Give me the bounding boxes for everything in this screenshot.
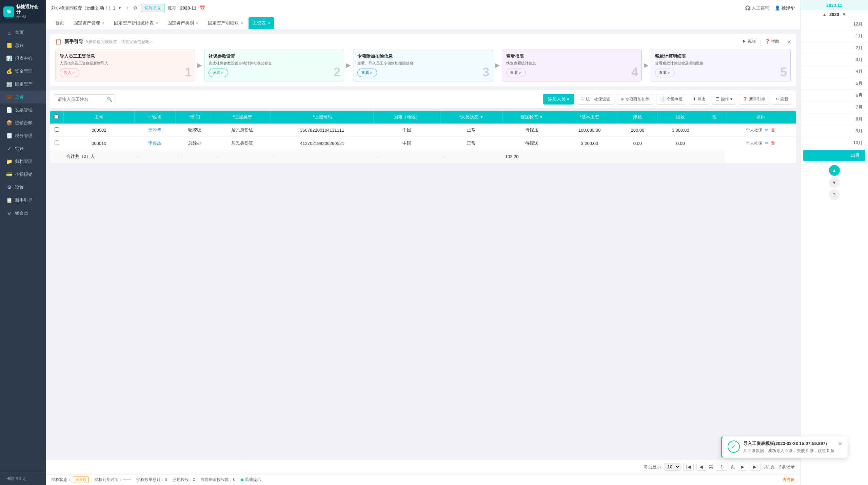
- toast-close-btn[interactable]: ✕: [838, 441, 842, 447]
- auth-value: 未授权: [73, 477, 89, 483]
- wizard-btn[interactable]: ❓ 新手引导: [739, 94, 769, 105]
- sidebar-item-invoice[interactable]: 📄 发票管理: [0, 104, 46, 116]
- cell-name[interactable]: 徐泽华: [135, 124, 175, 137]
- page-input[interactable]: [716, 463, 728, 471]
- sidebar-item-member[interactable]: V 畅会员: [0, 207, 46, 220]
- export-btn[interactable]: ⬇ 导出: [689, 94, 709, 105]
- user-info[interactable]: 👤 徐泽华: [775, 5, 795, 11]
- next-year-btn[interactable]: ▼: [842, 12, 846, 17]
- ops-delete-btn[interactable]: 🗑: [771, 141, 775, 146]
- wizard-step-btn-3[interactable]: 查看＞: [357, 69, 377, 77]
- tab-close-fixed-assets-depreciation[interactable]: ×: [156, 21, 158, 25]
- sidebar-item-inventory[interactable]: 📦 进销台账: [0, 116, 46, 129]
- cell-status: 正常: [440, 137, 502, 150]
- wizard-step-num-3: 3: [482, 65, 489, 79]
- actions-btn[interactable]: ☰ 操作 ▾: [712, 94, 736, 105]
- wizard-step-desc-5: 查看税款计算过程及明细数据: [655, 61, 786, 66]
- month-item-6[interactable]: 6月: [801, 90, 868, 101]
- add-account-btn[interactable]: ＋: [124, 4, 130, 12]
- tab-close-fixed-assets-category[interactable]: ×: [196, 21, 198, 25]
- search-icon[interactable]: 🔍: [107, 97, 112, 102]
- summary-label: 合计共（2）人: [63, 150, 135, 163]
- refresh-btn[interactable]: ↻ 刷新: [772, 94, 792, 105]
- sidebar-label-closing: 结账: [15, 146, 24, 152]
- recharge-btn[interactable]: 去充值: [783, 477, 795, 483]
- tab-fixed-assets-depreciation[interactable]: 固定资产折旧统计表×: [110, 17, 162, 29]
- sidebar-item-reports[interactable]: 📊 报表中心: [0, 52, 46, 65]
- month-item-7[interactable]: 7月: [801, 101, 868, 113]
- month-item-8[interactable]: 8月: [801, 113, 868, 125]
- support-btn[interactable]: 🎧 人工咨询: [745, 5, 769, 11]
- account-dropdown-icon[interactable]: ▾: [119, 5, 121, 11]
- cell-name[interactable]: 李俊杰: [135, 137, 175, 150]
- help-link[interactable]: ❓ 帮助: [765, 39, 779, 44]
- sidebar-item-home[interactable]: ⌂ 首页: [0, 26, 46, 39]
- sidebar-item-settings[interactable]: ⚙ 设置: [0, 181, 46, 194]
- sidebar-item-capital[interactable]: 💰 资金管理: [0, 65, 46, 78]
- scroll-up-btn[interactable]: ▲: [829, 165, 840, 176]
- wizard-step-btn-1[interactable]: 导入＞: [60, 69, 79, 77]
- month-item-10[interactable]: 10月: [801, 137, 868, 149]
- switch-version-btn[interactable]: 切到旧版: [141, 4, 164, 12]
- tab-close-fixed-assets-mgmt[interactable]: ×: [102, 21, 104, 25]
- calendar-icon[interactable]: 📅: [200, 5, 205, 11]
- sidebar-item-wizard[interactable]: 📋 新手引导: [0, 194, 46, 207]
- tab-label-fixed-assets-depreciation: 固定资产折旧统计表: [114, 20, 154, 26]
- sidebar-unpin[interactable]: ◀取消固定: [0, 472, 46, 485]
- tab-close-payroll-table[interactable]: ×: [268, 21, 270, 25]
- sidebar-item-ledger[interactable]: 📒 总账: [0, 39, 46, 52]
- sidebar-label-fixed-assets: 固定资产: [15, 81, 33, 87]
- tab-payroll-table[interactable]: 工资表×: [249, 17, 274, 29]
- sidebar-item-fixed-assets[interactable]: 🏢 固定资产: [0, 78, 46, 91]
- settings-icon[interactable]: ⚙: [133, 5, 137, 11]
- tab-close-fixed-assets-detail[interactable]: ×: [241, 21, 243, 25]
- first-page-btn[interactable]: |◀: [683, 463, 694, 471]
- sidebar-item-expense[interactable]: 💳 小畅报销: [0, 168, 46, 181]
- month-item-2[interactable]: 2月: [801, 42, 868, 54]
- month-item-4[interactable]: 4月: [801, 66, 868, 78]
- last-page-btn[interactable]: ▶|: [750, 463, 761, 471]
- month-item-9[interactable]: 9月: [801, 125, 868, 137]
- ops-edit-btn[interactable]: ✏: [765, 127, 769, 132]
- wizard-step-btn-2[interactable]: 设置＞: [209, 69, 228, 77]
- ops-delete-btn[interactable]: 🗑: [771, 127, 775, 132]
- tab-fixed-assets-detail[interactable]: 固定资产明细账×: [204, 17, 247, 29]
- wizard-close-btn[interactable]: ✕: [787, 39, 791, 45]
- select-all-checkbox[interactable]: [54, 114, 59, 119]
- wizard-step-btn-5[interactable]: 查看＞: [655, 69, 675, 77]
- sidebar-item-payroll[interactable]: 💼 工资: [0, 91, 46, 104]
- tab-home[interactable]: 首页: [51, 17, 68, 29]
- wizard-step-btn-4[interactable]: 查看＞: [506, 69, 526, 77]
- app-subtitle: 专业版: [16, 15, 42, 19]
- page-size-select[interactable]: 10: [664, 463, 680, 471]
- prev-page-btn[interactable]: ◀: [696, 463, 706, 471]
- sidebar-item-closing[interactable]: ✓ 结账: [0, 142, 46, 155]
- cell-apply: [704, 137, 725, 150]
- row-checkbox[interactable]: [55, 127, 59, 132]
- scroll-down-btn[interactable]: ▼: [829, 177, 840, 188]
- month-item-5[interactable]: 5月: [801, 78, 868, 90]
- sidebar-item-tax[interactable]: 🧾 税务管理: [0, 129, 46, 142]
- month-item-12[interactable]: 12月: [801, 18, 868, 30]
- table-row: 000010 李俊杰 总经办 居民身份证 412702198206290521 …: [50, 137, 796, 150]
- question-circle-icon: ❓: [743, 97, 748, 101]
- month-item-3[interactable]: 3月: [801, 54, 868, 66]
- prev-year-btn[interactable]: ▲: [822, 12, 827, 17]
- tax-report-btn[interactable]: 📑 个税申报: [656, 94, 686, 105]
- search-input[interactable]: [54, 94, 115, 104]
- sidebar-item-archive[interactable]: 📁 归档管理: [0, 155, 46, 168]
- social-security-btn[interactable]: 🛡 统一社保设置: [577, 94, 614, 105]
- wizard-icon: 📋: [55, 39, 62, 45]
- tab-fixed-assets-mgmt[interactable]: 固定资产管理×: [70, 17, 108, 29]
- row-checkbox[interactable]: [55, 141, 59, 145]
- video-link[interactable]: ▶ 视频: [742, 39, 755, 44]
- warning-dot: [241, 479, 243, 481]
- next-page-btn[interactable]: ▶: [738, 463, 747, 471]
- tab-fixed-assets-category[interactable]: 固定资产类别×: [163, 17, 202, 29]
- month-item-1[interactable]: 1月: [801, 30, 868, 42]
- add-person-btn[interactable]: 添加人员 ▾: [543, 94, 574, 105]
- ops-edit-btn[interactable]: ✏: [765, 141, 769, 146]
- additional-deduction-btn[interactable]: ⊕ 专项附加扣除: [617, 94, 653, 105]
- help-side-btn[interactable]: ?: [829, 189, 840, 200]
- month-item-11[interactable]: 11月: [803, 150, 865, 162]
